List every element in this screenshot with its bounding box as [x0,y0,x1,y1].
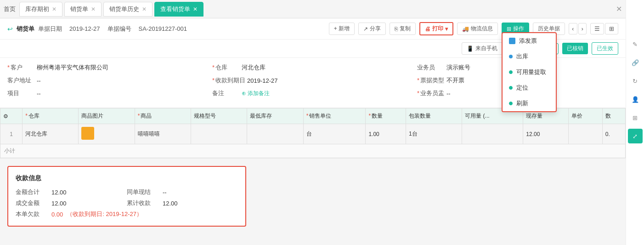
footer-grid: 金额合计 12.00 同单现结 -- 成交金额 12.00 累计收款 12.00… [16,188,238,218]
view-toggle: ☰ ⊞ [590,23,618,34]
same-settle-label: 同单现结 [127,188,159,196]
menu-item-refresh[interactable]: 刷新 [503,96,556,111]
footer-total-received: 累计收款 12.00 [127,199,238,207]
note-field: 备注 ⊕ 添加备注 [212,89,413,97]
footer-title: 收款信息 [16,174,238,182]
date-label: 单据日期 [38,25,62,33]
logistics-icon: 🚚 [462,26,469,32]
refresh-icon [509,102,513,105]
menu-item-add-invoice[interactable]: 添发票 [503,33,556,49]
copy-button[interactable]: ⎘ 复制 [390,23,416,35]
tab-inventory-init[interactable]: 库存期初 ✕ [19,2,62,17]
sidebar-user-icon[interactable]: 👤 [628,92,643,107]
tab-close-history[interactable]: ✕ [142,6,147,12]
doc-title-area: ↩ 销货单 单据日期 2019-12-27 单据编号 SA-20191227-0… [7,25,329,33]
row-spec [191,124,247,144]
print-icon: 🖨 [425,26,430,32]
payment-date-field: 收款到期日 2019-12-27 [212,76,413,85]
tab-sales-history[interactable]: 销货单历史 ✕ [103,2,153,17]
row-quantity: 1.00 [366,124,406,144]
footer-info: 收款信息 金额合计 12.00 同单现结 -- 成交金额 12.00 累计收款 … [7,166,246,227]
share-button[interactable]: ↗ 分享 [358,23,386,35]
row-amount: 0. [602,124,625,144]
outstanding-value: 0.00 [51,211,63,218]
doc-icon: ↩ [7,25,13,33]
tab-bar: 首页 库存期初 ✕ 销货单 ✕ 销货单历史 ✕ 查看销货单 ✕ ✕ [0,0,626,18]
row-product: 嘻嘻嘻嘻 [135,124,191,144]
sidebar-edit-icon[interactable]: ✎ [628,37,643,51]
menu-item-outbound[interactable]: 出库 [503,49,556,64]
amount-total-value: 12.00 [51,189,67,196]
col-settings[interactable]: ⚙ [0,108,23,124]
copy-icon: ⎘ [395,26,398,32]
project-field: 项目 -- [7,89,209,97]
number-value: SA-20191227-001 [139,25,187,32]
share-icon: ↗ [363,26,368,32]
sidebar-reload-icon[interactable]: ↻ [628,74,643,88]
menu-item-available-extract[interactable]: 可用量提取 [503,64,556,80]
table-container: ⚙ 仓库 商品图片 商品 规格型号 最低库存 销售单位 数量 包装数量 可用量 … [0,108,626,159]
note-add-button[interactable]: ⊕ 添加备注 [242,90,270,97]
add-button[interactable]: + 新增 [329,23,355,35]
print-button[interactable]: 🖨 打印 ▾ [419,22,453,35]
operate-icon: ⊞ [507,26,511,32]
tab-close-inventory[interactable]: ✕ [52,6,56,12]
payment-date-value: 2019-12-27 [247,77,278,84]
note-label: 备注 [212,89,240,97]
menu-item-locate[interactable]: 定位 [503,80,556,96]
address-label: 客户地址 [7,76,35,85]
effective-button[interactable]: 已生效 [592,42,618,55]
deal-amount-label: 成交金额 [16,199,48,207]
sidebar-expand-icon[interactable]: ⤢ [628,129,643,143]
col-product: 商品 [135,108,191,124]
col-min-stock: 最低库存 [247,108,303,124]
col-unit: 销售单位 [303,108,366,124]
doc-meta: 单据日期 2019-12-27 单据编号 SA-20191227-001 [38,25,187,33]
verified-button[interactable]: 已核销 [562,43,588,54]
logistics-button[interactable]: 🚚 物流信息 [457,23,498,35]
tab-close-sales[interactable]: ✕ [91,6,96,12]
col-quantity: 数量 [366,108,406,124]
next-button[interactable]: › [578,23,587,34]
footer-deal-amount: 成交金额 12.00 [16,199,127,207]
product-thumbnail [81,127,94,140]
row-min-stock [247,124,303,144]
tab-view-sales[interactable]: 查看销货单 ✕ [154,2,203,17]
customer-label: 客户 [7,63,35,72]
salesperson-value: -- [446,90,451,97]
plus-icon: ⊕ [242,90,246,97]
customer-field: 客户 柳州粤港平安气体有限公司 [7,63,209,72]
outstanding-label: 本单欠款 [16,210,48,218]
tab-bar-close[interactable]: ✕ [616,5,622,13]
sidebar-link-icon[interactable]: 🔗 [628,55,643,70]
list-view-button[interactable]: ☰ [590,23,604,34]
locate-icon [509,86,513,90]
salesperson-label: 业务员盂 [417,89,445,97]
tab-sales-order[interactable]: 销货单 ✕ [64,2,102,17]
tab-home[interactable]: 首页 [4,5,16,13]
prev-button[interactable]: ‹ [569,23,577,34]
ticket-type-value: 不开票 [446,76,464,85]
row-current-stock: 12.00 [523,124,568,144]
col-image: 商品图片 [79,108,135,124]
warehouse-field: 仓库 河北仓库 [212,63,413,72]
deal-amount-value: 12.00 [51,200,67,207]
row-pack-qty: 1台 [406,124,462,144]
tab-close-view[interactable]: ✕ [193,6,198,12]
total-received-value: 12.00 [163,200,178,207]
doc-actions: + 新增 ↗ 分享 ⎘ 复制 🖨 打印 ▾ 🚚 物流信息 ⊞ 操作 [329,22,618,35]
outstanding-note: （收款到期日: 2019-12-27） [67,210,142,218]
warehouse-value: 河北仓库 [242,63,266,72]
nav-arrows: ‹ › [569,23,587,34]
grid-view-button[interactable]: ⊞ [605,23,618,34]
total-received-label: 累计收款 [127,199,159,207]
right-sidebar: ✎ 🔗 ↻ 👤 ⊞ ⤢ [626,0,644,234]
row-unit: 台 [303,124,366,144]
sidebar-grid-icon[interactable]: ⊞ [628,110,643,125]
row-unit-price [568,124,602,144]
from-mobile-button[interactable]: 📱 来自手机 [462,42,503,55]
print-dropdown-arrow: ▾ [445,26,448,32]
footer-outstanding: 本单欠款 0.00 （收款到期日: 2019-12-27） [16,210,238,218]
dropdown-menu: 添发票 出库 可用量提取 定位 刷新 [502,32,557,112]
row-num: 1 [0,124,23,144]
